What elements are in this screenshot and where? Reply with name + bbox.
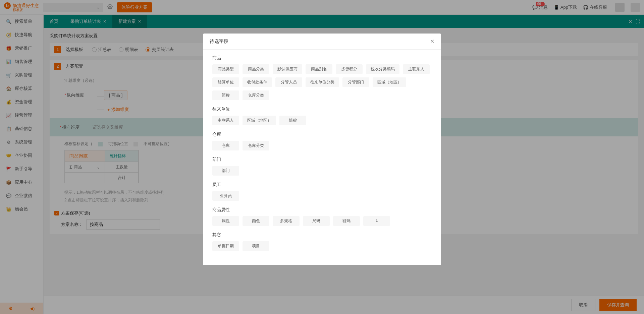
field-chip[interactable]: 商品别名: [306, 64, 332, 74]
field-chip[interactable]: 往来单位分类: [306, 77, 339, 87]
field-chip[interactable]: 默认供应商: [273, 64, 302, 74]
field-chip[interactable]: 尺码: [303, 216, 330, 226]
field-chip[interactable]: 仓库: [212, 141, 239, 150]
dialog-title: 待选字段: [210, 39, 228, 45]
field-picker-dialog: 待选字段 ✕ 商品商品类型商品分类默认供应商商品别名拣货积分税收分类编码主联系人…: [203, 34, 441, 265]
field-group: 其它单据日期项目: [212, 232, 432, 251]
field-chip[interactable]: 税收分类编码: [366, 64, 399, 74]
field-group: 商品属性属性颜色多规格尺码鞋码1: [212, 207, 432, 226]
field-chip[interactable]: 单据日期: [212, 241, 239, 251]
field-chip[interactable]: 拣货积分: [336, 64, 363, 74]
field-chip[interactable]: 分管人员: [275, 77, 302, 87]
field-group: 商品商品类型商品分类默认供应商商品别名拣货积分税收分类编码主联系人结算单位收付款…: [212, 55, 432, 100]
field-chip[interactable]: 简称: [279, 116, 306, 125]
field-chip[interactable]: 仓库分类: [243, 141, 269, 150]
field-group-title: 商品: [212, 55, 432, 61]
field-chip[interactable]: 区域（地区）: [373, 77, 406, 87]
field-group-title: 商品属性: [212, 207, 432, 213]
field-chip[interactable]: 简称: [212, 90, 239, 100]
field-chip[interactable]: 商品分类: [243, 64, 269, 74]
field-chip[interactable]: 1: [363, 216, 390, 226]
field-chip[interactable]: 属性: [212, 216, 239, 226]
field-group-title: 部门: [212, 156, 432, 163]
field-chip[interactable]: 商品类型: [212, 64, 239, 74]
field-chip[interactable]: 项目: [243, 241, 269, 251]
close-icon[interactable]: ✕: [430, 38, 434, 45]
field-chip[interactable]: 收付款条件: [243, 77, 272, 87]
field-chip[interactable]: 仓库分类: [243, 90, 269, 100]
modal-overlay: 待选字段 ✕ 商品商品类型商品分类默认供应商商品别名拣货积分税收分类编码主联系人…: [0, 0, 644, 314]
field-chip[interactable]: 主联系人: [403, 64, 430, 74]
field-group-title: 其它: [212, 232, 432, 238]
field-group: 员工业务员: [212, 182, 432, 201]
field-chip[interactable]: 主联系人: [212, 116, 239, 125]
field-chip[interactable]: 分管部门: [342, 77, 369, 87]
field-group: 往来单位主联系人区域（地区）简称: [212, 106, 432, 125]
field-group: 部门部门: [212, 156, 432, 176]
field-group-title: 往来单位: [212, 106, 432, 112]
field-chip[interactable]: 鞋码: [333, 216, 360, 226]
field-chip[interactable]: 业务员: [212, 191, 239, 201]
field-group-title: 员工: [212, 182, 432, 188]
field-group-title: 仓库: [212, 131, 432, 137]
field-chip[interactable]: 颜色: [243, 216, 269, 226]
field-chip[interactable]: 多规格: [273, 216, 300, 226]
field-group: 仓库仓库仓库分类: [212, 131, 432, 150]
field-chip[interactable]: 区域（地区）: [243, 116, 276, 125]
field-chip[interactable]: 部门: [212, 166, 239, 176]
field-chip[interactable]: 结算单位: [212, 77, 239, 87]
